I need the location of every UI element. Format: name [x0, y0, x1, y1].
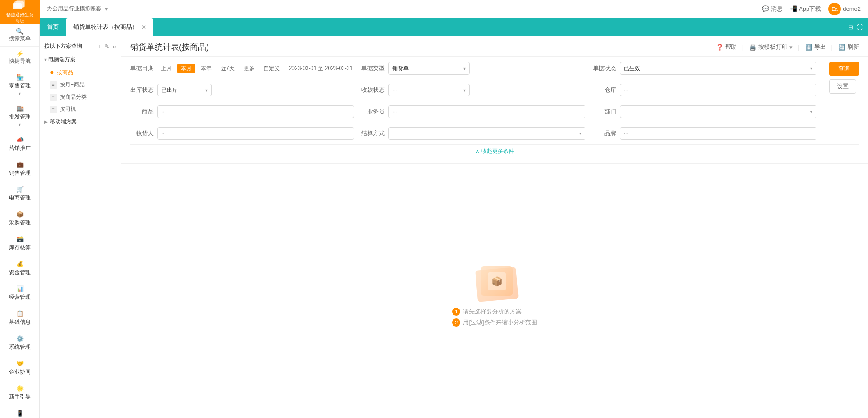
content-area: 按以下方案查询 + ✎ « ▾ 电脑端方案 ● 按商品 ≡ 按月 — [40, 36, 868, 418]
warehouse-label: 仓库 — [593, 86, 616, 94]
date-tab-more[interactable]: 更多 — [240, 64, 258, 73]
filter-warehouse: 仓库 ··· — [593, 84, 824, 96]
sidebar-item-sales[interactable]: 💼 销售管理 — [0, 157, 39, 181]
refresh-button[interactable]: 🔄 刷新 — [838, 43, 859, 51]
receiver-input[interactable]: ··· — [157, 127, 354, 140]
payment-status-select[interactable]: ··· ▾ — [388, 84, 470, 96]
print-icon: 🖨️ — [749, 44, 756, 51]
date-tab-this-month[interactable]: 本月 — [177, 64, 195, 73]
product-control: ··· — [157, 105, 354, 118]
scheme-by-month-product-label: 按月+商品 — [60, 81, 85, 89]
sidebar-item-ecommerce[interactable]: 🛒 电商管理 — [0, 181, 39, 206]
sidebar: 畅捷通好生意 标版 🔍 搜索菜单 ⚡ 快捷导航 🏪 零售管理 ▾ 🏬 批发管理 … — [0, 0, 40, 418]
tab-sales-stat[interactable]: 销货单统计表（按商品） ✕ — [66, 18, 153, 36]
filter-date: 单据日期 上月 本月 本年 近7天 更多 自定义 — [130, 64, 361, 73]
left-panel-header: 按以下方案查询 + ✎ « — [40, 40, 121, 53]
tab-fullscreen-icon[interactable]: ⛶ — [857, 24, 863, 31]
messages-button[interactable]: 💬 消息 — [762, 5, 783, 13]
scheme-by-month-product[interactable]: ≡ 按月+商品 — [40, 79, 121, 91]
tab-minimize-icon[interactable]: ⊟ — [848, 24, 853, 31]
date-range-display: 2023-03-01 至 2023-03-31 — [289, 65, 353, 72]
warehouse-select[interactable]: ··· — [620, 84, 816, 96]
payment-status-control: ··· ▾ — [388, 84, 585, 96]
filter-receiver: 收货人 ··· — [130, 127, 361, 140]
staff-input[interactable]: ··· — [388, 105, 585, 118]
sidebar-item-newbie[interactable]: 🌟 新手引导 — [0, 380, 39, 405]
empty-hint-2: 2 用[过滤]条件来缩小分析范围 — [452, 318, 537, 327]
sidebar-item-inventory[interactable]: 🗃️ 库存核算 — [0, 231, 39, 256]
sidebar-item-purchase[interactable]: 📦 采购管理 — [0, 206, 39, 231]
user-menu[interactable]: Ea demo2 — [828, 3, 861, 15]
date-control: 上月 本月 本年 近7天 更多 自定义 2023-03-01 至 2023-03… — [157, 64, 354, 73]
empty-state: 📦 1 请先选择要分析的方案 2 用[过滤]条件来缩小分析范围 — [121, 164, 868, 418]
add-scheme-button[interactable]: + — [98, 43, 102, 50]
sidebar-item-search[interactable]: 🔍 搜索菜单 — [0, 24, 39, 47]
chevron-down-icon: ▾ — [205, 88, 208, 93]
doc-type-label: 单据类型 — [361, 64, 385, 72]
payment-status-label: 收款状态 — [361, 86, 385, 94]
scheme-icon: ≡ — [50, 106, 57, 113]
empty-illustration: 📦 — [472, 255, 517, 300]
collapse-panel-button[interactable]: « — [113, 43, 116, 50]
desktop-scheme-header[interactable]: ▾ 电脑端方案 — [40, 53, 121, 66]
svg-rect-2 — [16, 0, 25, 7]
scheme-by-product-label: 按商品 — [57, 69, 73, 76]
sidebar-item-appstore[interactable]: 📱 应用中心 — [0, 405, 39, 418]
mobile-scheme-label: 移动端方案 — [50, 118, 77, 126]
chevron-down-icon: ▾ — [19, 122, 21, 127]
tab-home[interactable]: 首页 — [40, 18, 66, 36]
sidebar-item-retail[interactable]: 🏪 零售管理 ▾ — [0, 69, 39, 100]
app-download-button[interactable]: 📲 App下载 — [790, 5, 821, 13]
doc-status-select[interactable]: 已生效 ▾ — [620, 62, 816, 75]
refresh-icon: 🔄 — [838, 44, 845, 51]
chevron-down-icon: ▾ — [810, 109, 812, 114]
filter-staff: 业务员 ··· — [361, 105, 592, 118]
date-tab-custom[interactable]: 自定义 — [260, 64, 283, 73]
print-dropdown-icon[interactable]: ▾ — [789, 44, 793, 51]
scheme-by-driver-label: 按司机 — [60, 105, 76, 113]
settings-button[interactable]: 设置 — [829, 79, 856, 94]
scheme-by-driver[interactable]: ≡ 按司机 — [40, 103, 121, 115]
tab-close-icon[interactable]: ✕ — [142, 24, 146, 30]
sidebar-item-system[interactable]: ⚙️ 系统管理 — [0, 331, 39, 356]
chevron-down-icon: ▾ — [810, 66, 812, 71]
sidebar-item-finance[interactable]: 💰 资金管理 — [0, 256, 39, 281]
sidebar-item-enterprise[interactable]: 🤝 企业协同 — [0, 356, 39, 380]
dept-select[interactable]: ▾ — [620, 105, 816, 118]
sidebar-item-marketing[interactable]: 📣 营销推广 — [0, 132, 39, 157]
sidebar-item-basic[interactable]: 📋 基础信息 — [0, 306, 39, 331]
export-button[interactable]: ⬇️ 导出 — [805, 43, 826, 51]
product-input[interactable]: ··· — [157, 105, 354, 118]
scheme-by-category[interactable]: ≡ 按商品分类 — [40, 91, 121, 103]
sidebar-item-quick-nav[interactable]: ⚡ 快捷导航 — [0, 47, 39, 69]
help-button[interactable]: ❓ 帮助 — [716, 43, 737, 51]
date-label: 单据日期 — [130, 64, 154, 72]
date-tab-this-year[interactable]: 本年 — [197, 64, 215, 73]
app-logo[interactable]: 畅捷通好生意 标版 — [0, 0, 40, 24]
dept-control: ▾ — [620, 105, 816, 118]
scheme-by-product[interactable]: ● 按商品 — [40, 66, 121, 79]
download-icon: 📲 — [790, 5, 797, 12]
receiver-label: 收货人 — [130, 129, 154, 138]
doc-type-select[interactable]: 销货单 ▾ — [388, 62, 470, 75]
staff-control: ··· — [388, 105, 585, 118]
header-dropdown-icon[interactable]: ▾ — [105, 6, 108, 12]
page-title: 销货单统计表(按商品) — [130, 42, 209, 52]
sidebar-item-operation[interactable]: 📊 经营管理 — [0, 281, 39, 306]
query-button[interactable]: 查询 — [829, 62, 859, 76]
help-icon: ❓ — [716, 44, 723, 51]
settlement-select[interactable]: ▾ — [388, 127, 585, 140]
brand-input[interactable]: ··· — [620, 127, 816, 140]
mobile-scheme-header[interactable]: ▶ 移动端方案 — [40, 115, 121, 128]
date-tab-last-month[interactable]: 上月 — [157, 64, 175, 73]
print-button[interactable]: 🖨️ 按模板打印 ▾ — [749, 43, 793, 51]
main-area: 办公用品行业模拟账套 ▾ 💬 消息 📲 App下载 Ea demo2 首页 — [40, 0, 868, 418]
sidebar-item-wholesale[interactable]: 🏬 批发管理 ▾ — [0, 100, 39, 132]
filter-product: 商品 ··· — [130, 105, 361, 118]
collapse-bar[interactable]: ∧ 收起更多条件 — [130, 144, 859, 158]
edit-scheme-button[interactable]: ✎ — [104, 43, 110, 50]
stock-status-select[interactable]: 已出库 ▾ — [157, 84, 212, 96]
date-tab-7days[interactable]: 近7天 — [217, 64, 238, 73]
brand-label: 品牌 — [593, 129, 616, 138]
collapse-up-icon: ∧ — [476, 148, 480, 155]
